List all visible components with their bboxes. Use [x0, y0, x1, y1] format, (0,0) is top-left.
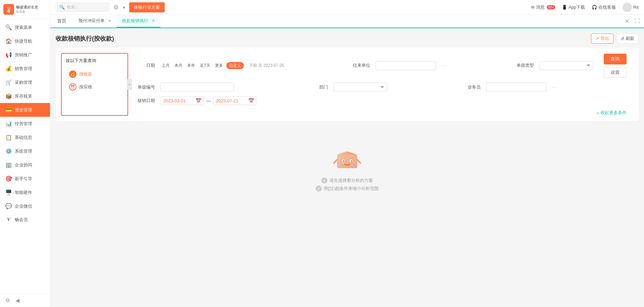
fullscreen-icon[interactable]: ⛶: [633, 17, 641, 25]
page-header: 收款核销执行(按收款) ↗ 导出 ↺ 刷新: [56, 34, 639, 44]
sidebar-item-purchase[interactable]: 🛒 采购管理: [0, 75, 50, 89]
query-button[interactable]: 查询: [604, 54, 627, 64]
tab-close-prepay[interactable]: ✕: [108, 18, 111, 23]
sidebar-item-label: 企业协同: [15, 162, 32, 168]
filter-collapse-button[interactable]: «: [127, 79, 132, 90]
offset-date-start[interactable]: [163, 98, 194, 103]
message-button[interactable]: ✉ 消息 99+: [531, 4, 555, 10]
search-icon: 🔍: [59, 5, 65, 10]
refresh-button[interactable]: ↺ 刷新: [616, 34, 639, 44]
tab-receipt-offset[interactable]: 收款核销执行 ✕: [117, 15, 160, 28]
date-opt-last-month[interactable]: 上月: [160, 62, 171, 69]
date-opt-this-year[interactable]: 本年: [186, 62, 197, 69]
online-service-button[interactable]: 🎧 在线客服: [592, 4, 616, 10]
marketing-icon: 📢: [5, 52, 12, 58]
sidebar-item-quick-nav[interactable]: 🏠 快捷导航: [0, 34, 50, 48]
topbar-right: ✉ 消息 99+ 📱 App下载 🎧 在线客服 Rit: [531, 3, 639, 12]
sales-icon: 💰: [5, 65, 12, 72]
filter-option-by-receipt[interactable]: 💰 按收款: [66, 68, 123, 81]
offset-date-end[interactable]: [216, 98, 246, 103]
date-opt-7days[interactable]: 近7天: [199, 62, 212, 69]
industry-solution-button[interactable]: 体验行业方案: [129, 2, 165, 12]
sidebar-item-finance[interactable]: 💳 资金管理: [0, 103, 50, 117]
hardware-icon: 🖥️: [5, 189, 12, 196]
hint-num-2: 2: [316, 186, 322, 192]
department-label: 部门: [308, 84, 328, 90]
svg-rect-0: [337, 155, 357, 168]
filter-row-3: 核销日期 📅 — 📅: [135, 96, 627, 105]
app-badge: 标准版: [16, 10, 38, 14]
member-icon: V: [5, 217, 12, 222]
empty-state: 1 请先选择要分析的方案 2 用[过滤]条件来缩小分析范围: [56, 121, 639, 205]
voucher-no-input[interactable]: [160, 83, 234, 92]
sales-rep-label: 业务员: [461, 84, 481, 90]
sidebar-nav: 🔍 搜索菜单 🏠 快捷导航 📢 营销推广 💰 销售管理 🛒 采购管理 📦 库存核…: [0, 19, 50, 294]
user-avatar: [623, 3, 632, 12]
enterprise-icon: 🏢: [5, 162, 12, 168]
svg-line-7: [334, 160, 337, 163]
tab-prepay-offset[interactable]: 预付冲应付单 ✕: [73, 15, 117, 28]
tabbar-actions: ✕ ⛶: [624, 15, 644, 28]
search-placeholder: 搜索...: [67, 4, 78, 10]
date-opt-custom[interactable]: 自定义: [226, 62, 244, 69]
footer-settings-icon[interactable]: ⚙: [5, 297, 10, 304]
filter-row-1: 日期 上月 本月 本年 近7天 更多 自定义 不限 至 2023-07-26 往…: [135, 53, 627, 78]
sidebar-item-system[interactable]: ⚙️ 系统管理: [0, 144, 50, 158]
sidebar-item-label: 营销推广: [15, 52, 32, 58]
sidebar-item-wechat[interactable]: 💬 企业微信: [0, 199, 50, 213]
sidebar-item-label: 搜索菜单: [15, 24, 32, 31]
sidebar-item-label: 采购管理: [15, 80, 32, 86]
inventory-icon: 📦: [5, 93, 12, 99]
voucher-type-select[interactable]: [539, 61, 593, 70]
export-button[interactable]: ↗ 导出: [591, 34, 613, 44]
sales-rep-dots[interactable]: ···: [552, 84, 558, 90]
sidebar-item-business[interactable]: 📊 经营管理: [0, 117, 50, 131]
more-conditions-button[interactable]: « 收起更多条件: [597, 110, 627, 116]
hint-num-1: 1: [321, 177, 327, 184]
date-opt-more[interactable]: 更多: [214, 62, 224, 69]
svg-marker-1: [337, 151, 347, 155]
sidebar-item-enterprise[interactable]: 🏢 企业协同: [0, 158, 50, 172]
date-separator: —: [206, 98, 211, 103]
filter-panel-title: 按以下方案查询: [66, 58, 123, 64]
filter-option-by-receivable[interactable]: ⏰ 按应收: [66, 81, 123, 93]
date-options: 上月 本月 本年 近7天 更多 自定义: [160, 62, 244, 69]
sidebar-item-search-menu[interactable]: 🔍 搜索菜单: [0, 20, 50, 34]
counterparty-input[interactable]: [376, 61, 436, 70]
user-name: Rit: [633, 5, 639, 10]
hint-text-2: 用[过滤]条件来缩小分析范围: [324, 186, 378, 192]
sidebar-item-label: 系统管理: [15, 148, 32, 154]
tab-close-receipt[interactable]: ✕: [152, 18, 155, 23]
svg-point-6: [351, 160, 352, 162]
offset-date-range: 📅 — 📅: [160, 96, 257, 105]
service-label: 在线客服: [598, 4, 616, 10]
date-opt-this-month[interactable]: 本月: [173, 62, 184, 69]
sidebar-item-label: 经营管理: [15, 121, 32, 127]
app-download-button[interactable]: 📱 App下载: [562, 4, 585, 10]
sidebar-footer: ⚙ ◀: [0, 294, 50, 307]
sidebar-item-marketing[interactable]: 📢 营销推广: [0, 48, 50, 62]
sidebar-item-inventory[interactable]: 📦 库存核算: [0, 89, 50, 103]
content-area: 收款核销执行(按收款) ↗ 导出 ↺ 刷新 按以下方案查询: [50, 28, 644, 307]
sidebar-item-label: 新手引导: [15, 176, 32, 182]
business-icon: 📊: [5, 120, 12, 127]
sidebar-item-guide[interactable]: 🎯 新手引导: [0, 172, 50, 186]
topbar-dropdown-icon[interactable]: ▾: [123, 5, 125, 10]
calendar-start-icon[interactable]: 📅: [196, 98, 201, 103]
tab-home[interactable]: 首页: [50, 15, 73, 28]
topbar-settings-icon[interactable]: ⚙: [113, 4, 119, 11]
close-all-tabs-icon[interactable]: ✕: [624, 17, 631, 26]
quick-nav-icon: 🏠: [5, 38, 12, 44]
sidebar-item-sales[interactable]: 💰 销售管理: [0, 62, 50, 75]
sidebar-item-basic-info[interactable]: 📋 基础信息: [0, 131, 50, 144]
calendar-end-icon[interactable]: 📅: [248, 98, 254, 103]
department-select[interactable]: [333, 83, 387, 92]
sidebar-item-member[interactable]: V 畅会员: [0, 213, 50, 226]
footer-collapse-icon[interactable]: ◀: [15, 297, 19, 304]
sales-rep-input[interactable]: [486, 83, 546, 92]
settings-button[interactable]: 设置: [604, 67, 627, 78]
sidebar-item-hardware[interactable]: 🖥️ 智能硬件: [0, 186, 50, 199]
svg-point-5: [343, 160, 344, 162]
counterparty-dots[interactable]: ···: [441, 62, 448, 68]
user-profile[interactable]: Rit: [623, 3, 639, 12]
